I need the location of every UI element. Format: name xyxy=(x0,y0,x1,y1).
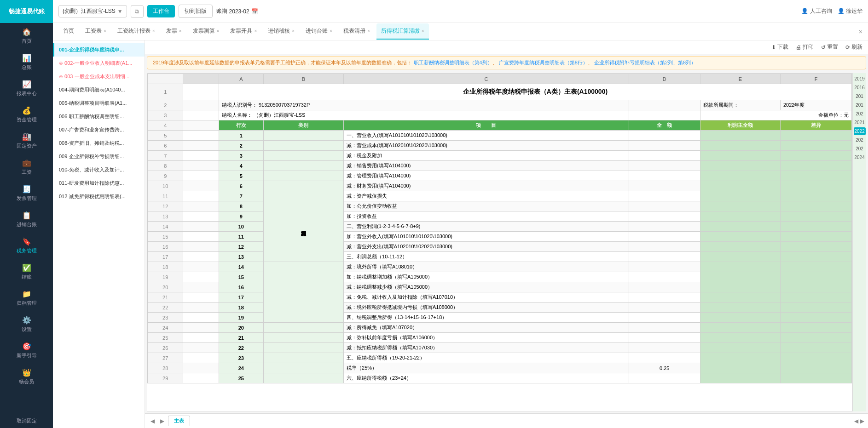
year-2024[interactable]: 2024 xyxy=(854,154,866,161)
tab-income-tax-close[interactable]: × xyxy=(422,29,424,34)
tab-invoice-close[interactable]: × xyxy=(179,29,182,34)
tab-invoice-calc[interactable]: 发票测算 × xyxy=(188,23,224,40)
sidebar-item-guide[interactable]: 🎯 新手引导 xyxy=(0,337,53,364)
sidebar-item-invoice[interactable]: 🧾 发票管理 xyxy=(0,180,53,206)
row-7-item[interactable]: 减：资产减值损失 xyxy=(344,191,629,201)
sidebar-item-home[interactable]: 🏠 首页 xyxy=(0,23,53,49)
row-1-amount[interactable] xyxy=(629,131,700,141)
user-service-link[interactable]: 👤 人工咨询 xyxy=(801,7,832,15)
row-3-profit[interactable] xyxy=(700,151,780,161)
refresh-button[interactable]: ⟳ 刷新 xyxy=(845,43,862,51)
scroll-right-icon[interactable]: ▶ xyxy=(860,418,864,424)
download-button[interactable]: ⬇ 下载 xyxy=(771,43,788,51)
row-5-amount[interactable] xyxy=(629,171,700,181)
year-201a[interactable]: 201 xyxy=(854,92,866,100)
row-3-diff[interactable] xyxy=(780,151,851,161)
list-item-005[interactable]: 005-纳税调整项目明细表(A1... xyxy=(53,97,145,110)
row-7-profit[interactable] xyxy=(700,191,780,201)
row-4-amount[interactable] xyxy=(629,161,700,171)
row-2-amount[interactable] xyxy=(629,141,700,151)
tab-sales-ledger-close[interactable]: × xyxy=(330,29,332,34)
row-6-diff[interactable] xyxy=(780,181,851,191)
sidebar-item-ledger[interactable]: 📊 总账 xyxy=(0,49,53,75)
year-2019[interactable]: 2019 xyxy=(854,75,866,83)
warning-link-2[interactable]: 广宣费跨年度纳税调整明细表（第8行） xyxy=(499,60,588,65)
sidebar-item-sales[interactable]: 📋 进销台账 xyxy=(0,206,53,233)
tab-tax-clearance-close[interactable]: × xyxy=(367,29,370,34)
workbench-button[interactable]: 工作台 xyxy=(147,5,175,17)
list-item-007[interactable]: 007-广告费和业务宣传费跨... xyxy=(53,123,145,137)
warning-link-3[interactable]: 企业所得税附补亏损明细表（第2列、第8列） xyxy=(594,60,696,65)
year-2021[interactable]: 2021 xyxy=(854,119,866,126)
sheet-nav-prev[interactable]: ◀ xyxy=(149,417,156,425)
sidebar-item-payroll[interactable]: 💼 工资 xyxy=(0,154,53,180)
nav-close-all[interactable]: × xyxy=(859,28,862,35)
year-201b[interactable]: 201 xyxy=(854,101,866,109)
row-5-item[interactable]: 减：管理费用(填写A104000) xyxy=(344,171,629,181)
tab-sales-ledger[interactable]: 进销台账 × xyxy=(301,23,337,40)
print-button[interactable]: 🖨 打印 xyxy=(796,43,814,51)
row-1-diff[interactable] xyxy=(780,131,851,141)
tab-sales-audit[interactable]: 进销稽核 × xyxy=(263,23,299,40)
sheet-tab-main[interactable]: 主表 xyxy=(168,416,190,426)
year-2022[interactable]: 2022 xyxy=(854,127,866,135)
scroll-left-icon[interactable]: ◀ xyxy=(854,418,858,424)
list-item-012[interactable]: 012-减免所得税优惠明细表(... xyxy=(53,190,145,203)
tab-sales-audit-close[interactable]: × xyxy=(292,29,295,34)
list-item-010[interactable]: 010-免税、减计收入及加计... xyxy=(53,163,145,177)
row-5-profit[interactable] xyxy=(700,171,780,181)
row-2-profit[interactable] xyxy=(700,141,780,151)
sidebar-item-member[interactable]: 👑 畅会员 xyxy=(0,364,53,390)
sidebar-item-settings[interactable]: ⚙️ 设置 xyxy=(0,311,53,337)
sidebar-unpin-button[interactable]: 取消固定 xyxy=(0,414,53,428)
row-3-amount[interactable] xyxy=(629,151,700,161)
sidebar-item-archive[interactable]: 📁 归档管理 xyxy=(0,285,53,311)
row-2-diff[interactable] xyxy=(780,141,851,151)
list-item-006[interactable]: 006-职工薪酬纳税调整明细... xyxy=(53,110,145,123)
year-2016[interactable]: 2016 xyxy=(854,84,866,91)
copy-icon-button[interactable]: ⧉ xyxy=(131,5,144,18)
list-item-002[interactable]: ⊙ 002-一般企业收入明细表(A1... xyxy=(53,57,145,70)
list-item-008[interactable]: 008-资产折旧、摊销及纳税... xyxy=(53,137,145,150)
row-4-item[interactable]: 减：销售费用(填写A104000) xyxy=(344,161,629,171)
tab-payroll[interactable]: 工资表 × xyxy=(81,23,111,40)
row-5-diff[interactable] xyxy=(780,171,851,181)
tab-income-tax[interactable]: 所得税汇算清缴 × xyxy=(376,23,429,40)
row-2-item[interactable]: 减：营业成本(填写A102010\102020\103000) xyxy=(344,141,629,151)
company-selector[interactable]: (勿删）江西服宝-LSS ▼ xyxy=(58,5,127,17)
tab-payroll-stats-close[interactable]: × xyxy=(152,29,155,34)
row-4-diff[interactable] xyxy=(780,161,851,171)
sidebar-item-close[interactable]: ✅ 结账 xyxy=(0,259,53,285)
sidebar-item-report[interactable]: 📈 报表中心 xyxy=(0,75,53,102)
tab-tax-clearance[interactable]: 税表清册 × xyxy=(339,23,375,40)
row-4-profit[interactable] xyxy=(700,161,780,171)
tab-invoice-issue-close[interactable]: × xyxy=(254,29,257,34)
list-item-011[interactable]: 011-研发费用加计扣除优惠... xyxy=(53,177,145,190)
row-3-item[interactable]: 减：税金及附加 xyxy=(344,151,629,161)
sidebar-item-finance[interactable]: 💰 资金管理 xyxy=(0,102,53,128)
list-item-004[interactable]: 004-期间费用明细表(A1040... xyxy=(53,83,145,97)
tab-payroll-close[interactable]: × xyxy=(104,29,106,34)
tab-invoice[interactable]: 发票 × xyxy=(162,23,186,40)
row-6-profit[interactable] xyxy=(700,181,780,191)
spreadsheet-container[interactable]: A B C D E F 1 xyxy=(147,73,852,411)
list-item-009[interactable]: 009-企业所得税补亏损明细... xyxy=(53,150,145,163)
tab-invoice-issue[interactable]: 发票开具 × xyxy=(226,23,261,40)
list-item-003[interactable]: ⊙ 003-一般企业成本支出明细... xyxy=(53,70,145,83)
sidebar-item-tax[interactable]: 🔖 税务管理 xyxy=(0,233,53,259)
sidebar-item-assets[interactable]: 🏭 固定资产 xyxy=(0,128,53,154)
calendar-icon[interactable]: 📅 xyxy=(251,8,258,15)
row-7-diff[interactable] xyxy=(780,191,851,201)
warning-link-1[interactable]: 职工薪酬纳税调整明细表（第4列） xyxy=(414,60,492,65)
tab-home[interactable]: 首页 xyxy=(58,23,79,40)
row-1-item[interactable]: 一、营业收入(填写A101010\101020\103000) xyxy=(344,131,629,141)
list-item-001[interactable]: 001-企业所得税年度纳税申... xyxy=(53,43,145,57)
tab-payroll-stats[interactable]: 工资统计报表 × xyxy=(113,23,160,40)
year-2020[interactable]: 202 xyxy=(854,110,866,118)
row-7-amount[interactable] xyxy=(629,191,700,201)
tab-invoice-calc-close[interactable]: × xyxy=(217,29,220,34)
year-202a[interactable]: 202 xyxy=(854,136,866,144)
row-6-item[interactable]: 减：财务费用(填写A104000) xyxy=(344,181,629,191)
reset-button[interactable]: ↺ 重置 xyxy=(821,43,838,51)
year-202b[interactable]: 202 xyxy=(854,145,866,153)
